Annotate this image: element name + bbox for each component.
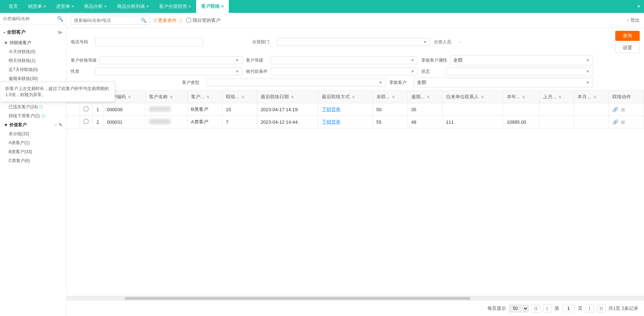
sort-icon-year: ⇅ — [522, 95, 525, 99]
filter-row-3: 性质 ▼ 收付款条件 ▼ 状态 — [71, 67, 640, 75]
row-last-date: 2023-04-17 14:19: — [257, 103, 318, 116]
value-arrow-icon: ▼ — [4, 122, 8, 128]
th-this-year[interactable]: 本年... ⇅ — [503, 91, 539, 103]
last-page-btn[interactable]: ⟩⟩ — [597, 304, 606, 313]
action-link-icon[interactable]: 🔗 — [612, 119, 618, 125]
expand-icon[interactable]: ≫ — [57, 30, 62, 35]
filter-price-level: 客户价格等级 ▼ — [71, 56, 242, 64]
sidebar-root[interactable]: ▪ 全部客户 ≫ — [0, 28, 66, 37]
row-last-method[interactable]: 下销货单 — [318, 116, 372, 128]
sidebar-ungrouped[interactable]: 未分组(32) — [0, 129, 66, 138]
nav-product-list[interactable]: 商品分析列表 × — [112, 0, 154, 13]
dept-select[interactable]: ▼ — [277, 38, 430, 46]
pending-contact-title[interactable]: ▼ 待联络客户 — [0, 38, 66, 47]
sidebar-search-input[interactable] — [3, 16, 57, 21]
table-row: 1 000039 B类客户 15 2023-04-17 14:19: 下销货单 … — [66, 103, 644, 116]
more-conditions-btn[interactable]: ▽ 更多条件 △ — [153, 17, 183, 24]
value-customer-section-title[interactable]: ▼ 价值客户 ○ ✎ — [0, 121, 66, 129]
nav-product-analysis[interactable]: 商品分析 × — [79, 0, 112, 13]
sidebar-tomorrow-contact[interactable]: 明天待联络(1) — [0, 56, 66, 65]
sidebar-declining[interactable]: 持续下滑客户(2) ⓘ — [0, 112, 66, 121]
action-link-icon[interactable]: 🔗 — [612, 107, 618, 112]
pagination: 每页显示 50 100 200 ⟨⟨ ⟨ 第 页 ⟩ ⟩⟩ 共1页 2条记录 — [66, 300, 644, 316]
first-page-btn[interactable]: ⟨⟨ — [532, 304, 540, 313]
th-last-date[interactable]: 最后联络日期 ⇅ — [257, 91, 318, 103]
row-last-month — [539, 116, 574, 128]
filter-icon: ▽ — [153, 18, 157, 23]
th-this-month[interactable]: 本月... ⇅ — [574, 91, 609, 103]
sidebar-7days-contact[interactable]: 近7天待联络(0) — [0, 65, 66, 74]
edit-icon[interactable]: ✎ — [59, 122, 62, 128]
row-uncontacted: 55 — [372, 116, 407, 128]
page-input[interactable] — [562, 305, 575, 312]
sidebar-class-c[interactable]: C类客户(6) — [0, 156, 66, 165]
setting-button[interactable]: 设置 — [615, 42, 640, 53]
search-input[interactable] — [74, 18, 141, 23]
customer-level-select[interactable]: ▼ — [270, 56, 418, 64]
price-chevron: ▼ — [235, 58, 239, 62]
export-btn[interactable]: ↑ 导出 — [627, 17, 640, 24]
row-settings — [66, 103, 79, 116]
filter-row-1: 电话号码 分管部门 ▼ 分管人员 ··· 查询 设置 — [71, 31, 640, 53]
nav-sales[interactable]: 销货单 × — [23, 0, 51, 13]
nav-customer-contact[interactable]: 客户联络 × — [196, 0, 229, 13]
row-last-date: 2023-04-12 14:44: — [257, 116, 318, 128]
sidebar-churned[interactable]: 已流失客户(24) ⓘ — [0, 103, 66, 112]
table-header-row: ⚙ 客户编码 ⇅ 客户名称 ⇅ 客户... ⇅ 联络... ⇅ 最后联络日期 ⇅… — [66, 91, 644, 103]
sidebar-class-a[interactable]: A类客户(1) — [0, 138, 66, 147]
th-contact[interactable]: 联络... ⇅ — [222, 91, 257, 103]
prev-page-btn[interactable]: ⟨ — [543, 304, 552, 313]
table-body: 1 000039 B类客户 15 2023-04-17 14:19: 下销货单 … — [66, 103, 644, 128]
action-grid-icon[interactable]: ⊞ — [621, 119, 625, 125]
th-name[interactable]: 客户名称 ⇅ — [145, 91, 187, 103]
filter-retail-attr: 零散客户属性 全部 ▼ — [421, 55, 593, 65]
row-this-month — [574, 116, 609, 128]
row-name — [145, 116, 187, 128]
row-overdue: 35 — [407, 103, 442, 116]
retail-attr-chevron: ▼ — [586, 58, 590, 62]
sort-icon-contacts: ⇅ — [481, 95, 484, 99]
row-checkbox[interactable] — [79, 116, 92, 128]
horizontal-scrollbar[interactable] — [66, 296, 644, 300]
sidebar-class-b[interactable]: B类客户(33) — [0, 147, 66, 156]
circle-icon[interactable]: ○ — [54, 122, 57, 128]
row-checkbox[interactable] — [79, 103, 92, 116]
status-select[interactable]: ▼ — [446, 67, 593, 75]
nav-purchase[interactable]: 进货单 × — [51, 0, 79, 13]
nav-customer-tier[interactable]: 客户分层经营 × — [154, 0, 196, 13]
retail-customer-select[interactable]: 全部 ▼ — [414, 77, 593, 88]
th-last-method[interactable]: 最后联络方式 ⇅ — [318, 91, 372, 103]
my-customers-check[interactable] — [186, 18, 191, 23]
tooltip-box: 距客户上次交易时长，超过了此客户的平均交易周期的1.5倍，则视为异常。 — [0, 82, 115, 102]
sidebar-today-contact[interactable]: 今天待联络(0) — [0, 47, 66, 56]
phone-input[interactable] — [95, 38, 203, 46]
th-last-month[interactable]: 上月... ⇅ — [539, 91, 574, 103]
row-num: 2 — [92, 116, 103, 128]
dept-chevron: ▼ — [423, 40, 427, 44]
scrollbar-thumb[interactable] — [125, 297, 470, 300]
table-scroll[interactable]: ⚙ 客户编码 ⇅ 客户名称 ⇅ 客户... ⇅ 联络... ⇅ 最后联络日期 ⇅… — [66, 91, 644, 296]
customer-type-label: 客户类型 — [182, 80, 204, 86]
main-layout: 🔍 ▪ 全部客户 ≫ ▼ 待联络客户 今天待联络(0) 明天待联络(1) 近7天… — [0, 13, 644, 316]
query-button[interactable]: 查询 — [615, 31, 640, 41]
advanced-filters: 电话号码 分管部门 ▼ 分管人员 ··· 查询 设置 — [66, 28, 644, 91]
th-uncontacted[interactable]: 未联... ⇅ — [372, 91, 407, 103]
manager-dots: ··· — [458, 39, 463, 45]
row-name — [145, 103, 187, 116]
th-overdue[interactable]: 逾期... ⇅ — [407, 91, 442, 103]
th-contacts-from[interactable]: 往来单位联系人 ⇅ — [442, 91, 503, 103]
th-type[interactable]: 客户... ⇅ — [187, 91, 222, 103]
row-last-method[interactable]: 下销货单 — [318, 103, 372, 116]
nature-select[interactable]: ▼ — [95, 67, 242, 75]
payment-select[interactable]: ▼ — [270, 67, 418, 75]
action-grid-icon[interactable]: ⊞ — [621, 107, 625, 112]
customer-type-select[interactable]: ▼ — [207, 79, 386, 86]
per-page-select[interactable]: 50 100 200 — [509, 305, 529, 312]
sort-icon-method: ⇅ — [352, 95, 355, 99]
nav-home[interactable]: 首页 — [4, 0, 23, 13]
close-icon[interactable]: × — [637, 3, 640, 10]
next-page-btn[interactable]: ⟩ — [585, 304, 594, 313]
sort-icon-date: ⇅ — [291, 95, 294, 99]
retail-attr-select[interactable]: 全部 ▼ — [450, 55, 593, 65]
price-select[interactable]: ▼ — [99, 56, 242, 64]
